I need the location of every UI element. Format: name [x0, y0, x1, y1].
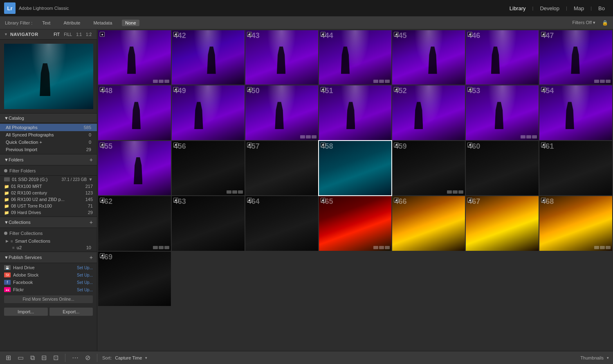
zoom-fill[interactable]: FILL — [63, 32, 73, 37]
nav-book[interactable]: Bo — [594, 4, 609, 13]
photo-action-icon[interactable] — [594, 246, 599, 249]
photo-cell[interactable]: 457■ — [245, 141, 318, 195]
filter-collections-row[interactable]: Filter Collections — [0, 229, 97, 238]
photo-action-icon[interactable] — [373, 80, 378, 83]
folders-add-btn[interactable]: + — [90, 156, 93, 163]
photo-action-icon[interactable] — [153, 80, 158, 83]
photo-cell[interactable]: 469■ — [98, 252, 171, 306]
photo-cell[interactable]: 456■ — [172, 141, 245, 195]
photo-action-icon[interactable] — [306, 135, 311, 138]
navigator-header[interactable]: ▼ Navigator FIT FILL 1:1 1:2 — [0, 29, 97, 40]
photo-cell[interactable]: 461■ — [539, 141, 612, 195]
import-button[interactable]: Import... — [4, 308, 48, 316]
folder-hard-drives[interactable]: 📁 09 Hard Drives 29 — [0, 209, 97, 216]
publish-flickr[interactable]: ●● Flickr Set Up... — [0, 286, 97, 293]
find-more-services[interactable]: Find More Services Online... — [4, 295, 93, 303]
photo-cell[interactable]: 466■ — [392, 196, 465, 250]
photo-cell[interactable]: ■ — [98, 30, 171, 85]
photo-action-icon[interactable] — [227, 190, 231, 194]
photo-cell[interactable]: 459■ — [392, 141, 465, 195]
catalog-quick-collection[interactable]: Quick Collection + 0 — [0, 138, 97, 146]
publish-adobe-stock[interactable]: St Adobe Stock Set Up... — [0, 271, 97, 279]
publish-facebook[interactable]: f Facebook Set Up... — [0, 279, 97, 286]
photo-cell[interactable]: 458■ — [319, 141, 392, 195]
u2-collection[interactable]: ≡ u2 10 — [0, 244, 97, 251]
photo-action-icon[interactable] — [600, 80, 605, 83]
photo-action-icon[interactable] — [373, 246, 378, 249]
nav-develop[interactable]: Develop — [536, 4, 564, 13]
filter-btn[interactable]: ⊘ — [83, 353, 92, 362]
photo-cell[interactable]: 445■ — [392, 30, 465, 85]
flickr-setup[interactable]: Set Up... — [77, 288, 93, 292]
folder-ust-torre[interactable]: 📁 08 UST Torre Rx100 71 — [0, 203, 97, 209]
thumbnails-arrow[interactable]: ▾ — [607, 356, 609, 360]
photo-action-icon[interactable] — [385, 246, 390, 249]
photo-cell[interactable]: 449■ — [172, 85, 245, 140]
photo-cell[interactable]: 447■ — [539, 30, 612, 85]
sort-arrow[interactable]: ▾ — [145, 356, 147, 360]
catalog-all-photos[interactable]: All Photographs 585 — [0, 124, 97, 131]
spray-btn[interactable]: ⋯ — [70, 353, 80, 362]
photo-action-icon[interactable] — [164, 246, 169, 249]
filter-metadata-btn[interactable]: Metadata — [90, 20, 115, 26]
photo-cell[interactable]: 464■ — [245, 196, 318, 250]
catalog-synced-photos[interactable]: All Synced Photographs 0 — [0, 131, 97, 138]
photo-cell[interactable]: 443■ — [245, 30, 318, 85]
photo-cell[interactable]: 450■ — [245, 85, 318, 140]
sort-value[interactable]: Capture Time — [115, 355, 142, 360]
photo-action-icon[interactable] — [458, 190, 463, 194]
loupe-view-btn[interactable]: ▭ — [16, 353, 25, 362]
photo-cell[interactable]: 462■ — [98, 196, 171, 250]
photo-action-icon[interactable] — [238, 190, 243, 194]
filter-text-btn[interactable]: Text — [39, 20, 54, 26]
photo-action-icon[interactable] — [606, 80, 611, 83]
photo-action-icon[interactable] — [521, 135, 525, 138]
photo-cell[interactable]: 455■ — [98, 141, 171, 195]
photo-action-icon[interactable] — [526, 135, 531, 138]
collections-header[interactable]: ▼ Collections + — [0, 217, 97, 228]
photo-action-icon[interactable] — [385, 80, 390, 83]
photo-action-icon[interactable] — [447, 190, 452, 194]
publish-add-btn[interactable]: + — [90, 254, 93, 261]
facebook-setup[interactable]: Set Up... — [77, 280, 93, 285]
nav-map[interactable]: Map — [570, 4, 588, 13]
folder-rx100-mrt[interactable]: 📁 01 RX100 MRT 217 — [0, 183, 97, 190]
photo-cell[interactable]: 463■ — [172, 196, 245, 250]
filter-attribute-btn[interactable]: Attribute — [60, 20, 83, 26]
photo-action-icon[interactable] — [312, 135, 317, 138]
photo-action-icon[interactable] — [153, 246, 158, 249]
photo-cell[interactable]: 444■ — [319, 30, 392, 85]
photo-action-icon[interactable] — [379, 80, 384, 83]
folder-rx100-century[interactable]: 📁 02 RX100 century 123 — [0, 190, 97, 196]
catalog-header[interactable]: ▼ Catalog — [0, 113, 97, 123]
photo-cell[interactable]: 452■ — [392, 85, 465, 140]
photo-cell[interactable]: 460■ — [466, 141, 539, 195]
smart-collections[interactable]: ▶ ≡ Smart Collections — [0, 238, 97, 244]
photo-cell[interactable]: 465■ — [319, 196, 392, 250]
photo-cell[interactable]: 453■ — [466, 85, 539, 140]
compare-view-btn[interactable]: ⧉ — [29, 353, 36, 362]
photo-cell[interactable]: 468■ — [539, 196, 612, 250]
photo-cell[interactable]: 451■ — [319, 85, 392, 140]
photo-action-icon[interactable] — [594, 80, 599, 83]
catalog-previous-import[interactable]: Previous Import 29 — [0, 146, 97, 153]
photo-action-icon[interactable] — [164, 80, 169, 83]
lock-icon[interactable]: 🔒 — [602, 20, 608, 26]
photo-action-icon[interactable] — [600, 246, 605, 249]
folder-disk[interactable]: 01 SSD 2019 (G:) 37.1 / 223 GB ▼ — [0, 175, 97, 183]
photo-action-icon[interactable] — [453, 190, 458, 194]
photo-action-icon[interactable] — [159, 246, 164, 249]
zoom-1-2[interactable]: 1:2 — [85, 32, 93, 37]
zoom-fit[interactable]: FIT — [52, 32, 61, 37]
collections-add-btn[interactable]: + — [90, 219, 93, 226]
filter-folders-label[interactable]: Filter Folders — [9, 168, 36, 173]
photo-action-icon[interactable] — [532, 135, 537, 138]
harddrive-setup[interactable]: Set Up... — [77, 266, 93, 270]
nav-library[interactable]: Library — [505, 4, 530, 13]
people-view-btn[interactable]: ⊡ — [52, 353, 60, 362]
publish-services-header[interactable]: ▼ Publish Services + — [0, 252, 97, 263]
survey-view-btn[interactable]: ⊟ — [40, 353, 48, 362]
folders-header[interactable]: ▼ Folders + — [0, 154, 97, 165]
photo-cell[interactable]: 448■ — [98, 85, 171, 140]
filter-none-btn[interactable]: None — [122, 20, 139, 26]
